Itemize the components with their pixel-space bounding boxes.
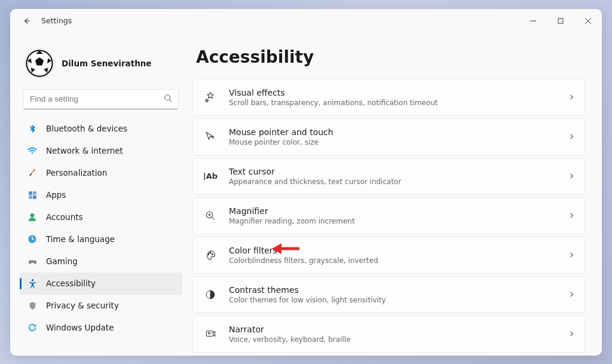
clock-globe-icon [27,234,38,244]
sidebar-item-accounts[interactable]: Accounts [20,206,182,228]
palette-icon [203,249,218,261]
svg-point-25 [210,252,211,253]
content-area: Accessibility Visual effects Scroll bars… [189,33,602,356]
person-icon [27,212,38,222]
titlebar: Settings [10,9,602,33]
chevron-right-icon [568,249,575,261]
svg-line-12 [170,100,172,102]
svg-point-11 [165,95,170,100]
svg-point-26 [212,253,213,255]
card-title: Visual effects [229,88,568,97]
scroll-indicator[interactable] [189,117,190,332]
paintbrush-icon [27,167,38,178]
sidebar-item-privacy[interactable]: Privacy & security [20,295,182,317]
settings-window: Settings [10,9,602,356]
svg-rect-15 [29,195,32,199]
svg-rect-14 [33,191,36,195]
card-title: Color filters [229,246,568,255]
svg-point-17 [30,213,35,218]
shield-icon [27,300,38,311]
nav-list: Bluetooth & devices Network & internet P… [20,118,182,356]
card-text-cursor[interactable]: |Ab Text cursor Appearance and thickness… [192,158,585,195]
sidebar-item-bluetooth[interactable]: Bluetooth & devices [20,118,182,140]
svg-point-29 [208,332,210,334]
search-box[interactable] [23,89,179,109]
maximize-button[interactable] [547,9,574,33]
contrast-icon [203,289,218,300]
card-mouse-pointer[interactable]: Mouse pointer and touch Mouse pointer co… [192,118,585,155]
sidebar-item-label: Apps [46,190,66,200]
svg-line-21 [212,217,215,220]
magnifier-icon [203,210,218,221]
sidebar: Dilum Senevirathne Bluetooth & devices [10,33,189,356]
card-narrator[interactable]: Narrator Voice, verbosity, keyboard, bra… [192,316,585,353]
search-icon [164,94,172,104]
mouse-pointer-icon [203,131,218,143]
card-color-filters[interactable]: Color filters Colorblindness filters, gr… [192,237,585,274]
card-contrast-themes[interactable]: Contrast themes Color themes for low vis… [192,276,585,313]
apps-icon [27,189,38,200]
sidebar-item-time[interactable]: Time & language [20,228,182,250]
card-subtitle: Scroll bars, transparency, animations, n… [229,99,568,107]
sidebar-item-apps[interactable]: Apps [20,184,182,206]
visual-effects-icon [203,91,218,103]
sidebar-item-label: Privacy & security [46,301,119,310]
card-subtitle: Appearance and thickness, text cursor in… [229,178,568,186]
svg-rect-1 [558,19,563,23]
wifi-icon [27,145,38,156]
back-arrow-icon [23,17,31,25]
bluetooth-icon [27,123,38,134]
sidebar-item-label: Personalization [46,168,107,178]
close-button[interactable] [574,9,602,33]
sidebar-item-label: Accessibility [46,279,96,288]
card-title: Magnifier [229,206,568,216]
gamepad-icon [27,256,38,267]
chevron-right-icon [568,170,575,182]
svg-rect-13 [29,191,32,195]
sidebar-item-label: Windows Update [46,323,114,332]
minimize-button[interactable] [519,9,547,33]
card-title: Text cursor [229,167,568,176]
chevron-right-icon [568,91,575,103]
svg-rect-16 [33,195,36,199]
chevron-right-icon [568,289,575,300]
card-subtitle: Color themes for low vision, light sensi… [229,296,568,304]
profile[interactable]: Dilum Senevirathne [20,40,182,89]
sidebar-item-label: Bluetooth & devices [46,124,127,133]
card-title: Narrator [229,325,568,334]
avatar-soccer-icon [26,50,53,77]
sidebar-item-label: Time & language [46,234,115,244]
close-icon [585,18,591,24]
svg-rect-28 [206,331,213,337]
card-subtitle: Magnifier reading, zoom increment [229,217,568,225]
card-title: Mouse pointer and touch [229,127,568,137]
chevron-right-icon [568,210,575,221]
back-button[interactable] [17,11,36,30]
page-title: Accessibility [196,47,585,67]
svg-point-24 [208,253,209,255]
sidebar-item-accessibility[interactable]: Accessibility [20,273,182,295]
minimize-icon [530,18,536,24]
sidebar-item-update[interactable]: Windows Update [20,317,182,339]
card-visual-effects[interactable]: Visual effects Scroll bars, transparency… [192,79,585,116]
profile-name: Dilum Senevirathne [62,59,152,68]
search-input[interactable] [30,94,164,103]
card-subtitle: Voice, verbosity, keyboard, braille [229,335,568,344]
sidebar-item-gaming[interactable]: Gaming [20,250,182,273]
avatar [25,48,54,78]
card-subtitle: Colorblindness filters, grayscale, inver… [229,256,568,265]
sidebar-item-personalization[interactable]: Personalization [20,162,182,184]
text-cursor-icon: |Ab [203,172,218,181]
accessibility-icon [27,278,38,289]
card-subtitle: Mouse pointer color, size [229,138,568,146]
card-magnifier[interactable]: Magnifier Magnifier reading, zoom increm… [192,197,585,234]
window-controls [519,9,602,33]
sidebar-item-label: Network & internet [46,146,123,155]
update-icon [27,322,38,333]
chevron-right-icon [568,131,575,142]
maximize-icon [558,18,564,24]
svg-point-19 [31,279,33,282]
sidebar-item-label: Accounts [46,212,83,222]
card-title: Contrast themes [229,285,568,295]
sidebar-item-network[interactable]: Network & internet [20,140,182,162]
